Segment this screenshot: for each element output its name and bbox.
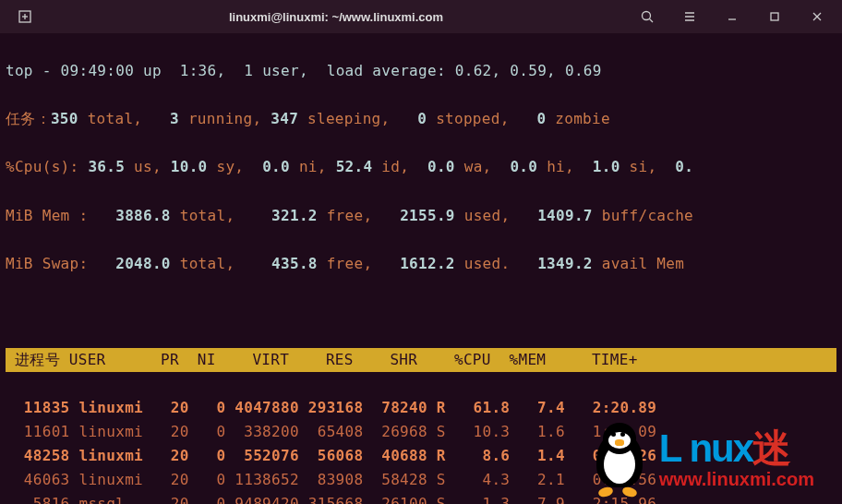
process-table-header: 进程号 USER PR NI VIRT RES SHR %CPU %MEM TI…: [6, 348, 836, 372]
watermark: L nux迷 www.linuxmi.com: [587, 421, 814, 497]
summary-line-cpu: %Cpu(s): 36.5 us, 10.0 sy, 0.0 ni, 52.4 …: [6, 155, 836, 179]
summary-line-mem: MiB Mem : 3886.8 total, 321.2 free, 2155…: [6, 204, 836, 228]
svg-line-4: [650, 19, 654, 23]
summary-line-1: top - 09:49:00 up 1:36, 1 user, load ave…: [6, 59, 836, 83]
minimize-button[interactable]: [715, 2, 750, 31]
svg-rect-9: [771, 13, 778, 20]
titlebar: linuxmi@linuxmi: ~/www.linuxmi.com: [0, 0, 842, 33]
summary-line-tasks: 任务：350 total, 3 running, 347 sleeping, 0…: [6, 107, 836, 131]
tux-icon: [587, 421, 652, 497]
svg-point-3: [643, 12, 651, 20]
blank-line: [6, 300, 836, 324]
maximize-button[interactable]: [757, 2, 792, 31]
menu-button[interactable]: [672, 2, 707, 31]
new-tab-button[interactable]: [7, 2, 42, 31]
close-button[interactable]: [800, 2, 835, 31]
summary-line-swap: MiB Swap: 2048.0 total, 435.8 free, 1612…: [6, 252, 836, 276]
process-row[interactable]: 11835 linuxmi 20 0 4047880 293168 78240 …: [6, 396, 836, 420]
watermark-brand: L nux迷: [659, 429, 814, 468]
window-title: linuxmi@linuxmi: ~/www.linuxmi.com: [42, 10, 630, 24]
search-button[interactable]: [630, 2, 665, 31]
watermark-url: www.linuxmi.com: [659, 470, 814, 488]
